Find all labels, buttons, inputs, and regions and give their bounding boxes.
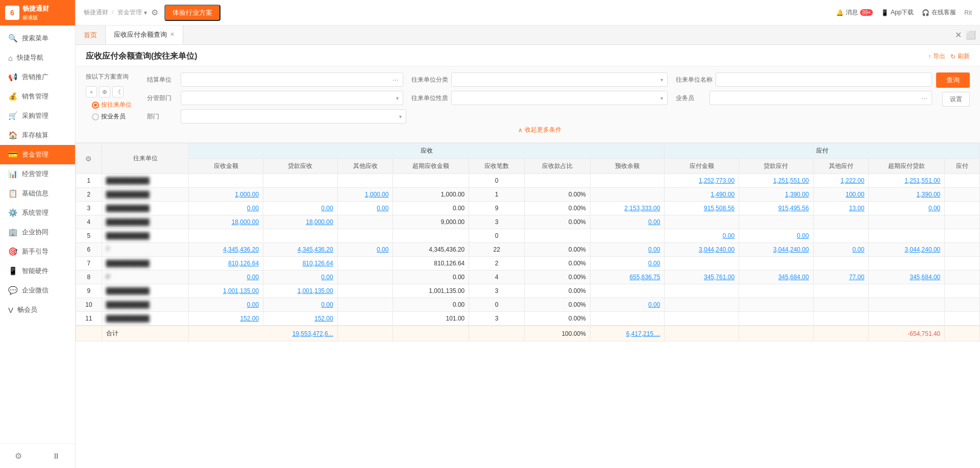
page-header: 应收应付余额查询(按往来单位) ↑ 导出 ↻ 刷新 xyxy=(76,45,980,66)
field-unit-nature: 往来单位性质 ▾ xyxy=(411,91,668,105)
app-icon: 📱 xyxy=(881,9,889,16)
add-scheme-button[interactable]: ＋ xyxy=(86,86,97,97)
refresh-button[interactable]: ↻ 刷新 xyxy=(950,52,970,61)
table-row: 1██████████01,252,773.001,251,551.001,22… xyxy=(76,174,980,188)
sidebar-logo-text: 畅捷通财 标准版 xyxy=(22,4,49,21)
table-config-icon[interactable]: ⚙ xyxy=(85,155,92,163)
table-row: 11██████████152.00152.00101.0030.00% xyxy=(76,312,980,326)
scheme-option-salesman[interactable]: 按业务员 xyxy=(90,111,147,122)
col-recv-超期应收金额: 超期应收金额 xyxy=(393,159,469,174)
sidebar-item-basic[interactable]: 📋基础信息 xyxy=(0,184,75,203)
table-row: 2██████████1,000.001,000.001,000.0010.00… xyxy=(76,188,980,202)
dept2-input[interactable]: ▾ xyxy=(181,109,406,124)
group-receivable-header: 应收 xyxy=(189,143,665,159)
col-recv-预收余额: 预收余额 xyxy=(590,159,665,174)
collapse-scheme-button[interactable]: 《 xyxy=(112,86,124,97)
gear-icon[interactable]: ⚙ xyxy=(151,8,158,17)
field-dept2: 部门 ▾ xyxy=(147,109,406,124)
sidebar-item-hardware[interactable]: 📱智能硬件 xyxy=(0,261,75,281)
edit-scheme-button[interactable]: ⊕ xyxy=(99,86,110,97)
field-unit-category: 往来单位分类 ▾ xyxy=(411,72,668,87)
tab-close-icon[interactable]: ✕ xyxy=(170,31,175,38)
sidebar-item-enterprise[interactable]: 🏢企业协同 xyxy=(0,223,75,242)
collapse-filters-button[interactable]: ∧ 收起更多条件 xyxy=(147,124,932,136)
footer-recv-prepaid: 6,417,215.... xyxy=(590,326,665,341)
sidebar-logo: 6 畅捷通财 标准版 xyxy=(0,0,75,26)
query-buttons: 查询 设置 xyxy=(936,72,970,136)
sidebar-item-purchase[interactable]: 🛒采购管理 xyxy=(0,106,75,126)
settings-icon[interactable]: ⚙ xyxy=(12,448,25,464)
promo-button[interactable]: 体验行业方案 xyxy=(164,5,220,21)
topbar: 畅捷通财 / 资金管理 ▾ ⚙ 体验行业方案 🔔 消息 99+ 📱 App下载 … xyxy=(76,0,980,26)
unit-nature-input[interactable]: ▾ xyxy=(451,91,668,105)
table-footer-row: 合计 19,553,472,6... 100.00% 6,417,215....… xyxy=(76,326,980,341)
close-window-icon[interactable]: ✕ xyxy=(955,30,962,40)
sidebar-item-operations[interactable]: 📊经营管理 xyxy=(0,164,75,184)
sidebar-item-system[interactable]: ⚙️系统管理 xyxy=(0,203,75,223)
filter-top: 按以下方案查询 xyxy=(86,72,147,81)
sidebar-item-guide[interactable]: 🎯新手引导 xyxy=(0,242,75,261)
user-name[interactable]: Rit xyxy=(964,9,972,16)
table-row: 9██████████1,001,135.001,001,135.001,001… xyxy=(76,284,980,298)
sidebar-item-quick[interactable]: ⌂快捷导航 xyxy=(0,48,75,67)
tabbar-right: ✕ ⬜ xyxy=(955,26,980,44)
collapse-icon[interactable]: ⏸ xyxy=(49,449,63,464)
sidebar-item-marketing[interactable]: 📢营销推广 xyxy=(0,67,75,87)
search-icon: 🔍 xyxy=(8,34,18,43)
table-settings-header[interactable]: ⚙ xyxy=(76,143,102,174)
sidebar-item-sales[interactable]: 💰销售管理 xyxy=(0,87,75,106)
sidebar-item-wechat[interactable]: 💬企业微信 xyxy=(0,281,75,300)
online-service-item[interactable]: 🎧 在线客服 xyxy=(922,8,956,17)
data-table: ⚙ 往来单位 应收 应付 应收金额贷款应收其他应收超期应收金额应收笔数应收款占比… xyxy=(76,143,980,341)
filter-row-3: 部门 ▾ xyxy=(147,109,932,124)
field-dept: 分管部门 ▾ xyxy=(147,91,403,105)
filter-row-2: 分管部门 ▾ 往来单位性质 ▾ xyxy=(147,91,932,105)
col-pay-应付: 应付 xyxy=(945,159,980,174)
sidebar-item-vip[interactable]: V畅会员 xyxy=(0,300,75,319)
field-unit-name: 往来单位名称 xyxy=(676,72,932,87)
page-title: 应收应付余额查询(按往来单位) xyxy=(86,51,198,62)
col-pay-其他应付: 其他应付 xyxy=(813,159,869,174)
col-pay-超期应付贷款: 超期应付贷款 xyxy=(869,159,945,174)
col-pay-贷款应付: 贷款应付 xyxy=(739,159,814,174)
export-button[interactable]: ↑ 导出 xyxy=(928,52,945,61)
notifications-item[interactable]: 🔔 消息 99+ xyxy=(836,8,873,17)
table-row: 5██████████00.000.00 xyxy=(76,229,980,243)
table-row: 8P0.000.000.0040.00%655,636.75345,761.00… xyxy=(76,270,980,284)
group-payable-header: 应付 xyxy=(665,143,980,159)
footer-recv-total: 19,553,472,6... xyxy=(189,326,337,341)
salesman-input[interactable]: ··· xyxy=(709,91,932,105)
sidebar-item-search[interactable]: 🔍搜索菜单 xyxy=(0,29,75,48)
inventory-icon: 🏠 xyxy=(8,131,18,140)
dept-input[interactable]: ▾ xyxy=(181,91,403,105)
settlement-unit-input[interactable]: ··· xyxy=(181,72,403,87)
scheme-radio-active xyxy=(92,102,99,109)
tab-home[interactable]: 首页 xyxy=(76,26,106,44)
page-header-actions: ↑ 导出 ↻ 刷新 xyxy=(928,52,970,61)
field-settlement: 结算单位 ··· xyxy=(147,72,403,87)
purchase-icon: 🛒 xyxy=(8,111,18,120)
col-recv-应收笔数: 应收笔数 xyxy=(469,159,525,174)
operations-icon: 📊 xyxy=(8,169,18,179)
filter-scheme-panel: 按以下方案查询 ＋ ⊕ 《 按往来单位 按业务 xyxy=(86,72,147,136)
path-dropdown-icon[interactable]: ▾ xyxy=(144,9,147,16)
sidebar-item-inventory[interactable]: 🏠库存核算 xyxy=(0,126,75,145)
unit-category-input[interactable]: ▾ xyxy=(451,72,668,87)
headset-icon: 🎧 xyxy=(922,9,929,16)
tab-receivables[interactable]: 应收应付余额查询 ✕ xyxy=(106,26,183,44)
query-button[interactable]: 查询 xyxy=(936,72,970,88)
footer-pay-overdue: -654,751.40 xyxy=(869,326,945,341)
scheme-option-unit[interactable]: 按往来单位 xyxy=(90,100,147,110)
col-recv-应收款占比: 应收款占比 xyxy=(525,159,591,174)
maximize-icon[interactable]: ⬜ xyxy=(966,30,976,40)
app-download-item[interactable]: 📱 App下载 xyxy=(881,8,914,17)
topbar-right: 🔔 消息 99+ 📱 App下载 🎧 在线客服 Rit xyxy=(836,8,972,17)
table-row: 7██████████810,126.64810,126.64810,126.6… xyxy=(76,257,980,270)
sidebar-item-finance[interactable]: 💳资金管理 xyxy=(0,145,75,164)
unit-name-input[interactable] xyxy=(716,72,932,87)
filter-row-1: 结算单位 ··· 往来单位分类 ▾ xyxy=(147,72,932,87)
export-icon: ↑ xyxy=(928,53,931,60)
settings-button[interactable]: 设置 xyxy=(942,92,970,107)
bell-icon: 🔔 xyxy=(836,9,844,16)
topbar-left: 畅捷通财 / 资金管理 ▾ ⚙ 体验行业方案 xyxy=(84,5,836,21)
